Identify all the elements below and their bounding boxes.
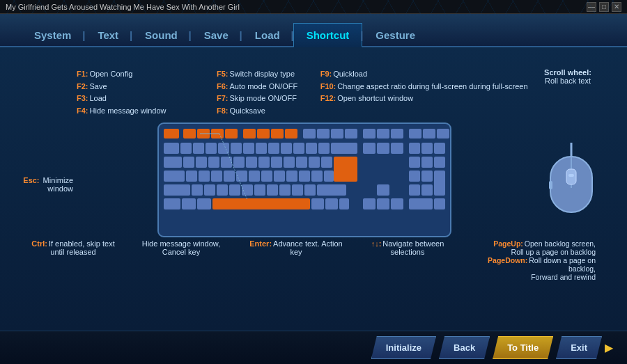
svg-rect-52 <box>321 157 332 168</box>
right-shortcuts: F9:Quickload F10:Change aspect ratio dur… <box>320 68 528 117</box>
tab-system[interactable]: System <box>21 23 84 47</box>
window-title: My Girlfriend Gets Aroused Watching Me H… <box>6 3 240 11</box>
svg-rect-69 <box>324 171 334 182</box>
svg-rect-60 <box>211 171 222 182</box>
svg-rect-14 <box>363 129 376 139</box>
svg-rect-98 <box>409 198 433 209</box>
svg-rect-19 <box>437 129 449 139</box>
svg-rect-97 <box>391 198 403 209</box>
svg-rect-33 <box>331 143 357 154</box>
nav-label: ↑↓:Navigate betweenselections <box>366 239 449 281</box>
exit-button[interactable]: Exit <box>556 336 602 359</box>
svg-rect-36 <box>391 143 403 154</box>
svg-rect-34 <box>363 143 376 154</box>
svg-rect-23 <box>206 143 217 154</box>
svg-rect-45 <box>233 157 245 168</box>
shortcut-f10: F10:Change aspect ratio during full-scre… <box>320 81 528 93</box>
svg-rect-6 <box>243 129 256 139</box>
svg-rect-27 <box>256 143 267 154</box>
window-controls: — □ ✕ <box>587 2 621 12</box>
svg-rect-2 <box>183 129 196 139</box>
svg-rect-89 <box>182 198 196 209</box>
svg-rect-62 <box>236 171 247 182</box>
svg-rect-65 <box>274 171 285 182</box>
svg-rect-26 <box>243 143 254 154</box>
svg-rect-51 <box>309 157 320 168</box>
shortcut-f12: F12:Open shortcut window <box>320 93 528 105</box>
svg-rect-8 <box>271 129 284 139</box>
svg-rect-18 <box>423 129 435 139</box>
hide-label: Hide message window,Cancel key <box>136 239 226 281</box>
svg-rect-58 <box>186 171 197 182</box>
maximize-btn[interactable]: □ <box>599 2 609 12</box>
svg-rect-86 <box>409 184 420 196</box>
svg-rect-56 <box>434 157 445 168</box>
svg-rect-55 <box>421 157 433 168</box>
tab-gesture[interactable]: Gesture <box>362 23 428 47</box>
svg-rect-83 <box>304 184 316 196</box>
left-shortcuts: F1:Open Config F2:Save F3:Load F4:Hide m… <box>77 68 167 117</box>
svg-rect-15 <box>377 129 389 139</box>
svg-rect-17 <box>409 129 421 139</box>
title-bar: My Girlfriend Gets Aroused Watching Me H… <box>0 0 627 14</box>
main-container: System Text Sound Save Load Shortcut Ges… <box>0 14 627 364</box>
shortcut-f5: F5:Switch display type <box>217 68 297 81</box>
enter-label: Enter:Advance text. Action key <box>247 239 345 281</box>
svg-rect-87 <box>421 184 433 196</box>
svg-rect-7 <box>257 129 270 139</box>
svg-rect-54 <box>409 157 420 168</box>
svg-rect-77 <box>229 184 240 196</box>
svg-rect-35 <box>377 143 389 154</box>
shortcut-f2: F2:Save <box>77 81 167 93</box>
svg-rect-94 <box>339 198 349 209</box>
svg-rect-47 <box>258 157 270 168</box>
svg-rect-53 <box>334 157 357 182</box>
initialize-button[interactable]: Initialize <box>371 336 436 359</box>
svg-rect-67 <box>299 171 310 182</box>
svg-rect-84 <box>317 184 346 196</box>
svg-rect-63 <box>249 171 260 182</box>
svg-rect-1 <box>164 129 179 139</box>
svg-rect-91 <box>212 198 310 209</box>
svg-rect-31 <box>306 143 317 154</box>
shortcut-f1: F1:Open Config <box>77 68 167 81</box>
to-title-button[interactable]: To Title <box>493 336 553 359</box>
tab-shortcut[interactable]: Shortcut <box>293 23 363 47</box>
shortcut-f3: F3:Load <box>77 93 167 105</box>
svg-rect-44 <box>221 157 232 168</box>
mid-shortcuts: F5:Switch display type F6:Auto mode ON/O… <box>217 68 297 117</box>
svg-rect-11 <box>317 129 330 139</box>
svg-rect-61 <box>224 171 235 182</box>
svg-rect-105 <box>568 174 574 177</box>
svg-rect-21 <box>180 143 192 154</box>
shortcut-f7: F7:Skip mode ON/OFF <box>217 93 297 105</box>
tab-bar: System Text Sound Save Load Shortcut Ges… <box>0 14 627 47</box>
svg-rect-93 <box>325 198 338 209</box>
svg-rect-12 <box>331 129 343 139</box>
svg-rect-38 <box>421 143 433 154</box>
svg-rect-96 <box>377 198 389 209</box>
minimize-btn[interactable]: — <box>587 2 596 12</box>
shortcut-f4: F4:Hide message window <box>77 105 167 118</box>
svg-rect-68 <box>311 171 323 182</box>
svg-rect-66 <box>286 171 297 182</box>
content-area: F1:Open Config F2:Save F3:Load F4:Hide m… <box>0 47 627 331</box>
svg-rect-72 <box>434 171 445 196</box>
svg-rect-59 <box>199 171 210 182</box>
tab-save[interactable]: Save <box>191 23 242 47</box>
svg-rect-106 <box>549 181 552 189</box>
svg-rect-82 <box>292 184 303 196</box>
svg-rect-99 <box>434 198 445 209</box>
svg-rect-29 <box>281 143 292 154</box>
esc-label: Esc: Minimizewindow <box>21 176 77 193</box>
svg-rect-71 <box>421 171 433 182</box>
tab-load[interactable]: Load <box>242 23 293 47</box>
back-button[interactable]: Back <box>439 336 490 359</box>
svg-rect-46 <box>246 157 257 168</box>
svg-rect-95 <box>363 198 376 209</box>
svg-rect-20 <box>164 143 179 154</box>
footer: Initialize Back To Title Exit ▶ <box>0 331 627 364</box>
tab-text[interactable]: Text <box>84 23 132 47</box>
tab-sound[interactable]: Sound <box>132 23 191 47</box>
close-btn[interactable]: ✕ <box>612 2 621 12</box>
